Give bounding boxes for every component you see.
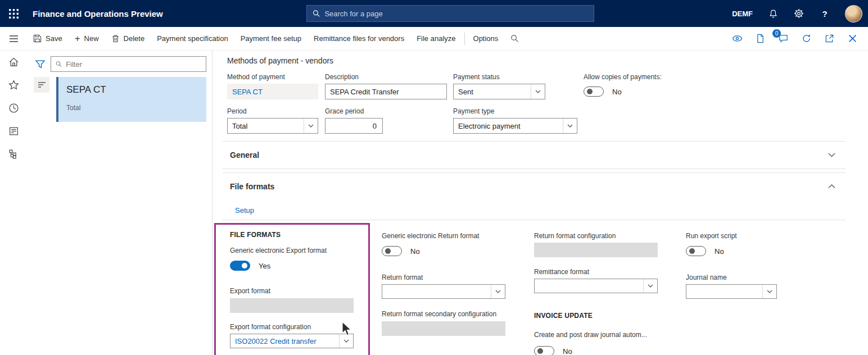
tab-setup[interactable]: Setup [235, 206, 254, 220]
invoice-update-group-title: INVOICE UPDATE [534, 312, 658, 320]
sort-lines-icon [38, 81, 46, 88]
chevron-down-icon [495, 290, 501, 293]
section-file-formats-header[interactable]: File formats [223, 173, 846, 200]
payment-status-dropdown[interactable]: Sent [453, 84, 545, 99]
app-title[interactable]: Finance and Operations Preview [33, 9, 163, 19]
refresh-icon [802, 34, 811, 43]
command-bar: Save + New Delete Payment specification … [0, 27, 868, 51]
options-button[interactable]: Options [467, 27, 505, 51]
close-icon [848, 34, 857, 43]
nav-favorites-button[interactable] [0, 74, 27, 97]
description-label: Description [325, 73, 447, 81]
payment-specification-button[interactable]: Payment specification [151, 27, 234, 51]
document-button[interactable] [754, 33, 766, 44]
clock-icon [8, 103, 19, 113]
file-formats-body: FILE FORMATS Generic electronic Export f… [223, 223, 846, 355]
gear-icon [794, 8, 804, 19]
filter-funnel-icon[interactable] [35, 59, 46, 69]
chevron-down-icon [567, 124, 573, 128]
return-format-dropdown[interactable] [382, 284, 505, 299]
remittance-format-dropdown[interactable] [534, 279, 658, 293]
list-item-sepa-ct[interactable]: SEPA CT Total [56, 77, 206, 122]
record-subtitle: Total [66, 104, 200, 112]
close-button[interactable] [847, 33, 858, 44]
home-icon [8, 57, 19, 67]
description-field[interactable] [325, 84, 447, 99]
return-format-configuration-field [534, 243, 658, 257]
generic-return-format-toggle[interactable] [382, 246, 402, 256]
company-picker[interactable]: DEMF [732, 10, 753, 18]
grace-period-input[interactable] [330, 122, 378, 130]
search-icon [313, 10, 320, 17]
header-fields: Method of payment SEPA CT Description Pa… [227, 73, 868, 134]
help-button[interactable]: ? [819, 8, 830, 19]
top-bar: Finance and Operations Preview DEMF [0, 0, 868, 27]
list-filter-input[interactable] [66, 60, 201, 69]
remittance-format-label: Remittance format [534, 268, 658, 276]
open-in-new-window-button[interactable] [824, 33, 835, 44]
chevron-up-icon [828, 184, 835, 189]
user-avatar[interactable] [845, 5, 862, 22]
preview-button[interactable] [731, 33, 743, 44]
help-icon: ? [822, 9, 827, 19]
create-post-draw-journal-value: No [563, 347, 572, 355]
period-label: Period [227, 107, 318, 115]
run-export-script-toggle[interactable] [686, 246, 706, 256]
settings-button[interactable] [793, 8, 804, 19]
message-count-badge: 0 [772, 29, 781, 38]
allow-copies-toggle[interactable] [584, 87, 604, 97]
export-format-configuration-dropdown[interactable]: ISO20022 Credit transfer [230, 334, 354, 348]
delete-button[interactable]: Delete [105, 27, 151, 51]
page-title: Methods of payment - vendors [227, 56, 868, 65]
period-dropdown[interactable]: Total [227, 118, 318, 134]
document-icon [756, 34, 765, 43]
file-analyze-button[interactable]: File analyze [410, 27, 462, 51]
global-search-input[interactable] [324, 10, 588, 18]
run-export-script-value: No [715, 247, 724, 256]
chevron-down-icon [343, 339, 349, 343]
open-in-new-icon [825, 34, 834, 43]
grace-period-field[interactable] [325, 118, 383, 134]
save-icon [33, 34, 42, 43]
notifications-button[interactable] [767, 8, 779, 19]
message-center-button[interactable]: 0 [777, 33, 789, 44]
list-sort-button[interactable] [34, 77, 49, 93]
nav-workspaces-button[interactable] [0, 120, 27, 143]
bell-icon [768, 9, 778, 19]
section-general-header[interactable]: General [223, 142, 846, 169]
new-button[interactable]: + New [69, 27, 105, 51]
remittance-files-button[interactable]: Remittance files for vendors [308, 27, 410, 51]
save-button[interactable]: Save [27, 27, 69, 51]
generic-export-format-label: Generic electronic Export format [230, 247, 355, 254]
refresh-button[interactable] [801, 33, 812, 44]
create-post-draw-journal-toggle[interactable] [534, 346, 554, 355]
commandbar-search-button[interactable] [504, 27, 525, 51]
file-formats-group-highlight: FILE FORMATS Generic electronic Export f… [214, 223, 370, 355]
method-of-payment-field[interactable]: SEPA CT [227, 84, 318, 99]
section-file-formats: File formats Setup FILE FORMATS Generic … [223, 172, 846, 355]
search-icon [56, 61, 62, 67]
nav-modules-button[interactable] [0, 143, 27, 166]
list-filter-field[interactable] [51, 56, 206, 72]
waffle-icon [9, 9, 19, 19]
section-general-title: General [230, 151, 259, 160]
app-launcher-button[interactable] [0, 0, 27, 27]
create-post-draw-journal-label: Create and post draw journal autom... [534, 331, 658, 339]
nav-expand-button[interactable] [8, 33, 19, 44]
method-of-payment-label: Method of payment [227, 73, 318, 81]
payment-type-dropdown[interactable]: Electronic payment [453, 118, 577, 134]
allow-copies-value: No [612, 88, 622, 96]
nav-recent-button[interactable] [0, 97, 27, 120]
description-input[interactable] [330, 88, 446, 96]
star-icon [8, 80, 19, 90]
journal-name-dropdown[interactable] [686, 284, 777, 299]
nav-home-button[interactable] [0, 51, 27, 74]
payment-status-label: Payment status [453, 73, 545, 81]
generic-export-format-toggle[interactable] [230, 261, 250, 271]
search-icon [510, 34, 519, 43]
payment-fee-setup-button[interactable]: Payment fee setup [234, 27, 308, 51]
eye-icon [732, 33, 743, 44]
chevron-down-icon [648, 284, 653, 288]
export-format-label: Export format [230, 287, 355, 295]
global-search[interactable] [306, 5, 594, 22]
